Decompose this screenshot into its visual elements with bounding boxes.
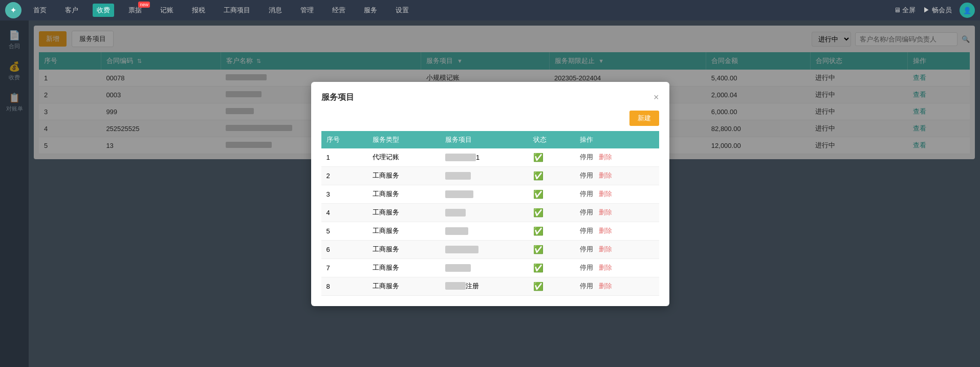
logo[interactable]: ✦ — [5, 2, 21, 18]
nav-items: 首页 客户 收费 票据new 记账 报税 工商项目 消息 管理 经营 服务 设置 — [29, 4, 894, 17]
modal: 服务项目 × 新建 序号 服务类型 服务项目 状态 操作 — [311, 82, 669, 306]
status-check-icon: ✅ — [533, 282, 543, 291]
delete-btn-4[interactable]: 删除 — [599, 208, 612, 216]
modal-cell-action: 停用 删除 — [575, 185, 659, 203]
modal-cell-item — [440, 222, 528, 240]
nav-industry[interactable]: 工商项目 — [220, 4, 254, 17]
status-check-icon: ✅ — [533, 190, 543, 199]
status-check-icon: ✅ — [533, 208, 543, 217]
modal-cell-action: 停用 删除 — [575, 277, 659, 295]
modal-table: 序号 服务类型 服务项目 状态 操作 1 代理记账 1 ✅ 停用 — [321, 131, 659, 296]
modal-cell-type: 工商服务 — [367, 166, 440, 185]
modal-table-row: 5 工商服务 ✅ 停用 删除 — [321, 222, 659, 240]
status-check-icon: ✅ — [533, 245, 543, 254]
modal-title: 服务项目 — [321, 92, 354, 103]
fullscreen-btn[interactable]: 🖥 全屏 — [894, 6, 916, 15]
modal-cell-type: 工商服务 — [367, 203, 440, 222]
modal-cell-status: ✅ — [528, 258, 575, 277]
status-check-icon: ✅ — [533, 227, 543, 235]
nav-tax[interactable]: 报税 — [188, 4, 209, 17]
modal-close-btn[interactable]: × — [654, 92, 659, 103]
modal-cell-seq: 3 — [321, 185, 368, 203]
stop-btn-7[interactable]: 停用 — [580, 264, 593, 271]
delete-btn-6[interactable]: 删除 — [599, 245, 612, 253]
modal-cell-status: ✅ — [528, 277, 575, 295]
modal-table-row: 7 工商服务 ✅ 停用 删除 — [321, 258, 659, 277]
modal-toolbar: 新建 — [321, 111, 659, 126]
modal-cell-status: ✅ — [528, 185, 575, 203]
modal-table-row: 6 工商服务 ✅ 停用 删除 — [321, 240, 659, 258]
top-nav: ✦ 首页 客户 收费 票据new 记账 报税 工商项目 消息 管理 经营 服务 … — [0, 0, 980, 20]
stop-btn-2[interactable]: 停用 — [580, 171, 593, 179]
modal-cell-type: 工商服务 — [367, 185, 440, 203]
stop-btn-5[interactable]: 停用 — [580, 227, 593, 234]
modal-cell-type: 代理记账 — [367, 148, 440, 167]
modal-table-row: 8 工商服务 注册 ✅ 停用 删除 — [321, 277, 659, 295]
modal-table-header: 序号 服务类型 服务项目 状态 操作 — [321, 131, 659, 148]
delete-btn-3[interactable]: 删除 — [599, 190, 612, 198]
modal-cell-action: 停用 删除 — [575, 258, 659, 277]
status-check-icon: ✅ — [533, 153, 543, 162]
modal-cell-item — [440, 258, 528, 277]
modal-cell-seq: 5 — [321, 222, 368, 240]
modal-cell-seq: 4 — [321, 203, 368, 222]
modal-col-action: 操作 — [575, 131, 659, 148]
modal-cell-seq: 1 — [321, 148, 368, 167]
delete-btn-2[interactable]: 删除 — [599, 171, 612, 179]
modal-cell-action: 停用 删除 — [575, 240, 659, 258]
modal-cell-action: 停用 删除 — [575, 166, 659, 185]
status-check-icon: ✅ — [533, 264, 543, 272]
modal-col-seq: 序号 — [321, 131, 368, 148]
modal-col-item: 服务项目 — [440, 131, 528, 148]
modal-table-row: 3 工商服务 ✅ 停用 删除 — [321, 185, 659, 203]
nav-right: 🖥 全屏 ▶ 畅会员 👤 — [894, 3, 975, 18]
modal-col-type: 服务类型 — [367, 131, 440, 148]
stop-btn-3[interactable]: 停用 — [580, 190, 593, 198]
stop-btn-1[interactable]: 停用 — [580, 153, 593, 161]
modal-cell-seq: 2 — [321, 166, 368, 185]
nav-settings[interactable]: 设置 — [391, 4, 413, 17]
nav-home[interactable]: 首页 — [29, 4, 51, 17]
modal-cell-item: 注册 — [440, 277, 528, 295]
modal-cell-status: ✅ — [528, 166, 575, 185]
stop-btn-8[interactable]: 停用 — [580, 282, 593, 290]
nav-invoices[interactable]: 票据new — [124, 4, 146, 17]
modal-cell-status: ✅ — [528, 203, 575, 222]
delete-btn-8[interactable]: 删除 — [599, 282, 612, 290]
nav-fees[interactable]: 收费 — [93, 4, 114, 17]
modal-table-wrapper: 序号 服务类型 服务项目 状态 操作 1 代理记账 1 ✅ 停用 — [321, 131, 659, 296]
modal-new-btn[interactable]: 新建 — [629, 111, 659, 126]
modal-table-row: 1 代理记账 1 ✅ 停用 删除 — [321, 148, 659, 167]
delete-btn-5[interactable]: 删除 — [599, 227, 612, 234]
modal-table-body: 1 代理记账 1 ✅ 停用 删除 2 工商服务 ✅ — [321, 148, 659, 296]
modal-cell-type: 工商服务 — [367, 240, 440, 258]
modal-cell-action: 停用 删除 — [575, 148, 659, 167]
nav-messages[interactable]: 消息 — [265, 4, 286, 17]
modal-cell-seq: 6 — [321, 240, 368, 258]
nav-customers[interactable]: 客户 — [61, 4, 82, 17]
modal-cell-item — [440, 166, 528, 185]
modal-cell-seq: 8 — [321, 277, 368, 295]
modal-cell-status: ✅ — [528, 148, 575, 167]
modal-cell-type: 工商服务 — [367, 222, 440, 240]
stop-btn-6[interactable]: 停用 — [580, 245, 593, 253]
delete-btn-1[interactable]: 删除 — [599, 153, 612, 161]
member-btn[interactable]: ▶ 畅会员 — [923, 6, 952, 15]
nav-management[interactable]: 管理 — [296, 4, 318, 17]
modal-header: 服务项目 × — [321, 92, 659, 103]
nav-badge-new: new — [138, 2, 150, 8]
modal-cell-item — [440, 203, 528, 222]
nav-bookkeeping[interactable]: 记账 — [156, 4, 178, 17]
modal-overlay: 服务项目 × 新建 序号 服务类型 服务项目 状态 操作 — [0, 20, 980, 367]
modal-table-row: 4 工商服务 ✅ 停用 删除 — [321, 203, 659, 222]
nav-service[interactable]: 服务 — [360, 4, 381, 17]
modal-cell-type: 工商服务 — [367, 258, 440, 277]
stop-btn-4[interactable]: 停用 — [580, 208, 593, 216]
modal-cell-item — [440, 185, 528, 203]
modal-cell-status: ✅ — [528, 222, 575, 240]
delete-btn-7[interactable]: 删除 — [599, 264, 612, 271]
avatar[interactable]: 👤 — [960, 3, 975, 18]
modal-cell-item: 1 — [440, 148, 528, 167]
nav-operations[interactable]: 经营 — [328, 4, 350, 17]
modal-cell-status: ✅ — [528, 240, 575, 258]
